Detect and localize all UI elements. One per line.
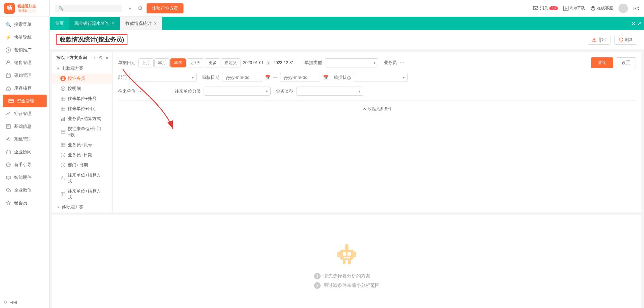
scheme-item-dept-date[interactable]: 部门+日期	[52, 160, 112, 170]
date-from-value: 2023-01-01	[243, 60, 264, 65]
counterpart-more-icon[interactable]: ···	[138, 88, 143, 94]
date-btn-this-year[interactable]: 本年	[170, 58, 186, 67]
online-service-btn[interactable]: 在线客服	[590, 5, 613, 11]
sidebar-item-enterprise[interactable]: 企业协同	[0, 146, 49, 158]
svg-point-48	[62, 176, 63, 178]
dept-select[interactable]	[129, 73, 197, 82]
collapse-btn[interactable]: 收起更多条件	[359, 103, 395, 114]
scheme-setting-icon[interactable]: ⚙	[99, 55, 103, 60]
scheme-item-salesman-account[interactable]: 业务员+账号	[52, 140, 112, 150]
sidebar-item-basic-info[interactable]: 基础信息	[0, 120, 49, 133]
topbar-gear-icon[interactable]: ⚙	[138, 5, 143, 11]
scheme-header-title: 按以下方案查询	[56, 55, 87, 61]
chevron-down-icon	[56, 66, 60, 70]
date-btn-more[interactable]: 更多	[205, 58, 220, 67]
sidebar-label-search: 搜索菜单	[14, 21, 32, 28]
scheme-item-salesman-date-label: 业务员+日期	[68, 152, 92, 158]
sidebar-item-sales[interactable]: 销售管理	[0, 56, 49, 69]
sidebar-item-search[interactable]: 🔍 搜索菜单	[0, 18, 49, 31]
sidebar-item-marketing[interactable]: 营销推广	[0, 44, 49, 56]
date-btn-7days[interactable]: 近7天	[186, 58, 204, 67]
tab-collection-stat[interactable]: 收款情况统计 ✕	[120, 17, 162, 30]
sidebar-item-inventory[interactable]: 库存核算	[0, 82, 49, 95]
salesman-more-icon[interactable]: ···	[399, 60, 404, 66]
tab-expand-icon[interactable]: ⤢	[637, 20, 641, 27]
page-header-actions: 导出 刷新	[588, 35, 637, 45]
scheme-group-desktop-title[interactable]: 电脑端方案	[52, 63, 112, 73]
svg-text:?: ?	[8, 163, 10, 167]
sidebar-label-marketing: 营销推广	[14, 47, 32, 53]
counterpart-label: 往来单位	[118, 88, 136, 94]
filter-panel: 单据日期 上月 本月 本年 近7天 更多 自定义 2023-01-01 至 20…	[113, 52, 641, 212]
doc-type-label: 单据类型	[305, 60, 322, 66]
doc-status-select[interactable]	[354, 73, 408, 82]
date-btn-this-month[interactable]: 本月	[154, 58, 170, 67]
tab-cash-flow-label: 现金银行流水查询	[74, 20, 109, 27]
scheme-item-salesman-date[interactable]: 业务员+日期	[52, 150, 112, 160]
scheme-item-counterpart-settlement-1[interactable]: 往来单位+结算方式	[52, 170, 112, 186]
svg-point-28	[62, 77, 64, 79]
sidebar-item-smart-hw[interactable]: 智能硬件	[0, 171, 49, 184]
calendar-icon-from[interactable]: 📅	[265, 75, 270, 80]
sidebar-item-guide[interactable]: ? 新手引导	[0, 158, 49, 171]
user-avatar[interactable]	[619, 4, 628, 13]
sidebar-collapse-icon[interactable]: ◀◀	[10, 300, 17, 305]
export-btn[interactable]: 导出	[588, 35, 610, 45]
sidebar-item-purchase[interactable]: 采购管理	[0, 69, 49, 82]
app-download-btn[interactable]: App下载	[563, 5, 585, 11]
sidebar-label-wechat: 企业微信	[14, 187, 32, 193]
search-icon: 🔍	[5, 21, 11, 28]
sidebar-item-member[interactable]: 畅会员	[0, 197, 49, 209]
scheme-collapse-icon[interactable]: «	[106, 55, 108, 60]
review-date-to-input[interactable]	[280, 73, 320, 82]
refresh-btn[interactable]: 刷新	[614, 35, 637, 45]
chevron-up-icon	[362, 107, 367, 111]
scheme-item-counterpart-date[interactable]: 往来单位+日期	[52, 104, 112, 114]
scheme-item-by-salesman[interactable]: 按业务员	[52, 73, 112, 84]
scheme-group-mobile-title[interactable]: 移动端方案	[52, 202, 112, 212]
dept-label: 部门	[118, 74, 127, 81]
scheme-item-counterpart-settlement-2[interactable]: 往来单位+结算方式	[52, 186, 112, 202]
svg-rect-38	[61, 119, 62, 121]
scheme-item-detail[interactable]: 按明细	[52, 84, 112, 94]
scheme-item-counterpart-account[interactable]: 往来单位+账号	[52, 94, 112, 104]
sidebar-item-quick-nav[interactable]: ⚡ 快捷导航	[0, 31, 49, 44]
filter-scheme-container: 按以下方案查询 + ⚙ « 电脑端方案	[52, 52, 641, 212]
doc-type-select[interactable]	[325, 58, 378, 67]
date-btn-last-month[interactable]: 上月	[138, 58, 154, 67]
scheme-item-salesman-settlement[interactable]: 业务员+结算方式	[52, 114, 112, 124]
svg-rect-19	[533, 6, 538, 10]
trial-btn[interactable]: 体验行业方案	[147, 3, 183, 13]
sidebar-item-system[interactable]: 系统管理	[0, 133, 49, 146]
sidebar-item-finance[interactable]: 资金管理	[3, 95, 47, 107]
system-icon	[5, 136, 11, 142]
tab-cash-flow-close[interactable]: ✕	[111, 21, 115, 26]
svg-point-17	[8, 190, 11, 192]
doc-type-select-wrapper	[325, 58, 378, 67]
topbar-nav-icon[interactable]: ▾	[129, 6, 131, 11]
calendar-icon-to[interactable]: 📅	[323, 75, 328, 80]
scheme-add-icon[interactable]: +	[93, 55, 96, 60]
review-date-from-input[interactable]	[222, 73, 262, 82]
counterpart-class-select[interactable]	[204, 87, 271, 96]
export-icon	[592, 37, 597, 42]
sidebar-item-operation[interactable]: 经营管理	[0, 107, 49, 120]
filter-row-1: 单据日期 上月 本月 本年 近7天 更多 自定义 2023-01-01 至 20…	[118, 57, 636, 68]
tab-collection-stat-close[interactable]: ✕	[154, 21, 157, 26]
message-btn[interactable]: 消息 99+	[533, 5, 558, 11]
app-download-icon	[563, 6, 569, 11]
sidebar-item-wechat[interactable]: 企业微信	[0, 184, 49, 197]
sidebar-settings-icon[interactable]: ⚙	[3, 300, 7, 305]
biz-type-select[interactable]	[296, 87, 363, 96]
tab-home[interactable]: 首页	[50, 17, 69, 30]
tab-cash-flow[interactable]: 现金银行流水查询 ✕	[69, 17, 120, 30]
sidebar-label-quick-nav: 快捷导航	[14, 34, 32, 40]
date-btn-custom[interactable]: 自定义	[221, 58, 240, 67]
setting-btn[interactable]: 设置	[616, 57, 636, 68]
sidebar-label-guide: 新手引导	[14, 162, 32, 168]
tab-close-all-icon[interactable]: ✕	[631, 20, 636, 27]
query-btn[interactable]: 查询	[591, 57, 613, 68]
scheme-item-by-counterpart-dept[interactable]: 按往来单位+部门+收...	[52, 124, 112, 140]
svg-rect-40	[64, 117, 65, 121]
svg-rect-2	[6, 74, 10, 78]
